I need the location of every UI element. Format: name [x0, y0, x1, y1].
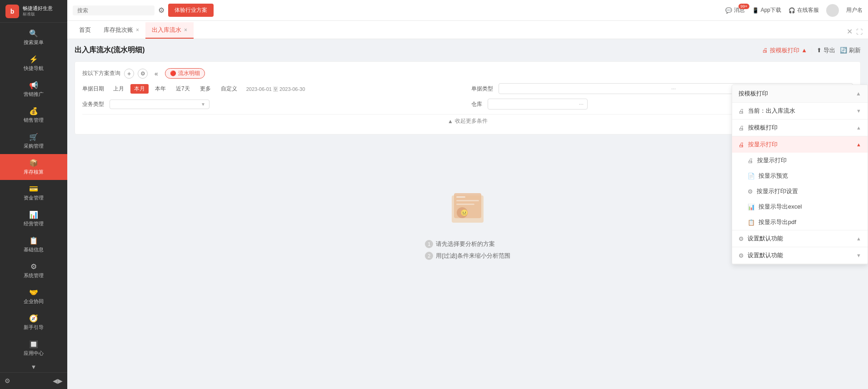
print-button[interactable]: 🖨 按模板打印 ▲	[762, 46, 807, 55]
page-title: 出入库流水(流水明细)	[75, 45, 145, 55]
sidebar-item-search-menu[interactable]: 🔍搜索菜单	[0, 25, 67, 50]
sidebar-item-basic-info[interactable]: 📋基础信息	[0, 232, 67, 258]
date-options: 上月本月本年近7天更多自定义	[110, 84, 241, 94]
sidebar-item-label: 库存核算	[24, 169, 44, 175]
filter-settings-button[interactable]: ⚙	[138, 69, 148, 79]
section-header-set-default[interactable]: ⚙ 设置默认功能 ▲	[732, 230, 868, 247]
tab-出入库流水[interactable]: 出入库流水×	[145, 22, 194, 39]
item-icon-display-print-4: 📋	[748, 219, 755, 226]
date-option-上月[interactable]: 上月	[110, 84, 128, 94]
warehouse-select[interactable]: ···	[488, 99, 588, 110]
online-service-item[interactable]: 🎧 在线客服	[788, 6, 819, 14]
item-label-display-print-2: 按显示打印设置	[757, 187, 798, 195]
date-option-本年[interactable]: 本年	[151, 84, 170, 94]
section-arrow-display-print: ▲	[856, 142, 861, 147]
settings-icon[interactable]: ⚙	[5, 377, 10, 384]
tip-num-1: 1	[425, 240, 433, 248]
app-name: 畅捷通好生意	[23, 5, 53, 11]
sidebar-item-finance[interactable]: 💳资金管理	[0, 180, 67, 206]
section-title-display-print: 🖨 按显示打印	[738, 140, 778, 149]
sidebar-scroll-down[interactable]: ▼	[0, 362, 67, 372]
sidebar-item-label: 新手引导	[24, 324, 44, 331]
dropdown-item-display-print-1[interactable]: 📄 按显示预览	[732, 168, 868, 184]
export-button[interactable]: ⬆ 导出	[817, 46, 835, 55]
dropdown-item-display-print-3[interactable]: 📊 按显示导出excel	[732, 199, 868, 214]
topbar-search-box[interactable]	[73, 5, 155, 15]
current-template-section: 🖨 当前：出入库流水 ▼	[732, 103, 868, 120]
date-option-自定义[interactable]: 自定义	[217, 84, 241, 94]
current-template-arrow: ▼	[856, 108, 861, 114]
more-options-icon[interactable]: ···	[671, 85, 676, 92]
sidebar-item-guide[interactable]: 🧭新手引导	[0, 309, 67, 335]
basic-info-icon: 📋	[29, 236, 38, 245]
print-dropdown-panel: 按模板打印 ▲ 🖨 当前：出入库流水 ▼ 🖨 按模板打印 ▲ 🖨 按模板打印	[732, 85, 868, 264]
date-option-本月[interactable]: 本月	[130, 84, 149, 94]
dropdown-item-display-print-2[interactable]: ⚙ 按显示打印设置	[732, 184, 868, 199]
refresh-button[interactable]: 🔄 刷新	[840, 46, 861, 55]
sidebar-item-purchase[interactable]: 🛒采购管理	[0, 128, 67, 154]
dropdown-section-set-default: ⚙ 设置默认功能 ▼	[732, 247, 868, 264]
expand-tabs-icon[interactable]: ⛶	[856, 28, 863, 35]
app-version: 标准版	[23, 11, 53, 17]
sidebar-item-enterprise[interactable]: 🤝企业协同	[0, 284, 67, 309]
sidebar-item-inventory[interactable]: 📦库存核算	[0, 154, 67, 180]
refresh-icon: 🔄	[840, 47, 847, 54]
user-name: 用户名	[846, 6, 863, 14]
dropdown-panel-header: 按模板打印 ▲	[732, 85, 868, 103]
tab-close-icon[interactable]: ×	[184, 27, 187, 33]
collapse-icon[interactable]: ◀▶	[53, 377, 63, 384]
sidebar-item-quick-nav[interactable]: ⚡快捷导航	[0, 50, 67, 76]
close-all-tabs-icon[interactable]: ✕	[847, 27, 853, 36]
section-icon-set-default: ⚙	[738, 235, 744, 242]
main-content: ⚙ 体验行业方案 💬 消息 99+ 📱 App下载 🎧 在线客服 用户名 首页库…	[67, 0, 868, 389]
tab-首页[interactable]: 首页	[73, 22, 97, 39]
topbar-settings-icon[interactable]: ⚙	[158, 6, 165, 15]
section-header-set-default[interactable]: ⚙ 设置默认功能 ▼	[732, 247, 868, 264]
empty-illustration: 😐	[445, 186, 490, 232]
filter-tag-label: 流水明细	[178, 70, 200, 77]
sidebar-item-operations[interactable]: 📊经营管理	[0, 206, 67, 232]
printer-icon: 🖨	[762, 47, 768, 54]
app-download-item[interactable]: 📱 App下载	[752, 6, 781, 14]
user-avatar[interactable]	[826, 4, 839, 17]
search-input[interactable]	[77, 7, 150, 14]
filter-section-label: 按以下方案查询	[82, 70, 120, 77]
page-content: 出入库流水(流水明细) 🖨 按模板打印 ▲ ⬆ 导出 🔄 刷新	[67, 39, 868, 389]
phone-icon: 📱	[752, 7, 759, 14]
current-template-header[interactable]: 🖨 当前：出入库流水 ▼	[732, 103, 868, 119]
sidebar-item-app-center[interactable]: 🔲应用中心	[0, 335, 67, 361]
section-icon-set-default: ⚙	[738, 252, 744, 259]
tab-close-icon[interactable]: ×	[136, 27, 139, 33]
sidebar-item-label: 应用中心	[24, 350, 44, 357]
sidebar-item-system[interactable]: ⚙系统管理	[0, 258, 67, 284]
section-header-template-print[interactable]: 🖨 按模板打印 ▲	[732, 120, 868, 136]
search-menu-icon: 🔍	[29, 29, 38, 38]
date-option-近7天[interactable]: 近7天	[172, 84, 194, 94]
business-type-field-group: 业务类型 ▼	[82, 100, 464, 109]
date-field-label: 单据日期	[82, 85, 104, 93]
filter-label-row: 按以下方案查询 + ⚙ « 🔴 流水明细	[82, 68, 853, 79]
trial-button[interactable]: 体验行业方案	[168, 4, 214, 17]
dropdown-item-display-print-4[interactable]: 📋 按显示导出pdf	[732, 214, 868, 230]
dropdown-collapse-arrow[interactable]: ▲	[856, 90, 861, 97]
filter-add-button[interactable]: +	[124, 69, 134, 79]
section-header-display-print[interactable]: 🖨 按显示打印 ▲	[732, 136, 868, 153]
tab-库存批次账[interactable]: 库存批次账×	[97, 22, 145, 39]
date-option-更多[interactable]: 更多	[196, 84, 215, 94]
active-filter-tag[interactable]: 🔴 流水明细	[165, 68, 205, 79]
filter-tag-icon: 🔴	[170, 70, 176, 76]
business-type-select[interactable]: ▼	[110, 100, 210, 109]
warehouse-more-icon[interactable]: ···	[579, 101, 584, 107]
chevron-up-icon: ▲	[448, 118, 453, 125]
print-label: 按模板打印	[770, 46, 799, 55]
chevron-up-icon: ▲	[801, 47, 807, 54]
dropdown-item-display-print-0[interactable]: 🖨 按显示打印	[732, 153, 868, 168]
dropdown-section-set-default: ⚙ 设置默认功能 ▲	[732, 230, 868, 247]
messages-item[interactable]: 💬 消息 99+	[725, 6, 745, 14]
item-label-display-print-0: 按显示打印	[757, 156, 787, 165]
sidebar-item-enterprise-wechat[interactable]: 💬企业微信	[0, 361, 67, 362]
sidebar-item-sales[interactable]: 💰销售管理	[0, 102, 67, 128]
sidebar-item-marketing[interactable]: 📢营销推广	[0, 76, 67, 102]
filter-collapse-button[interactable]: «	[151, 69, 161, 79]
app-center-icon: 🔲	[29, 340, 38, 349]
